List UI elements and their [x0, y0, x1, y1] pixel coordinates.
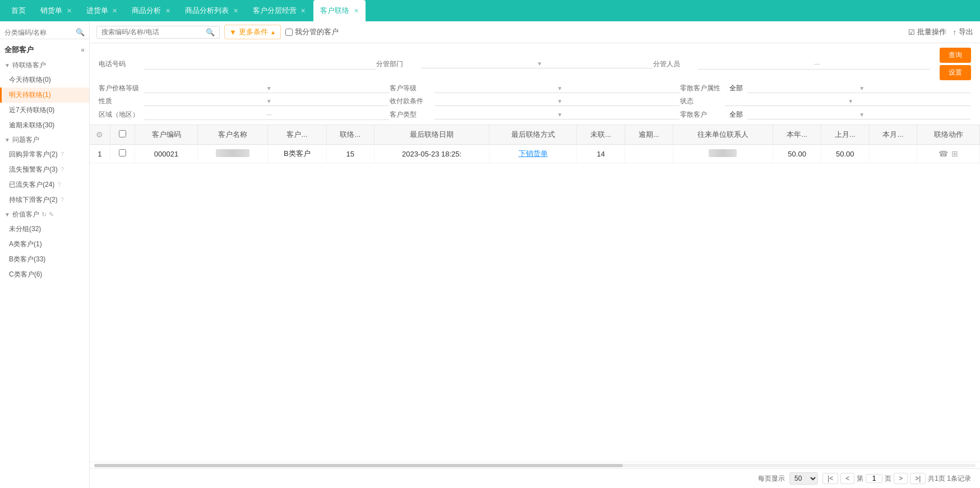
col-last-contact-date[interactable]: 最后联络日期	[375, 125, 489, 145]
prev-page-btn[interactable]: <	[840, 473, 854, 484]
cell-no-contact: 14	[577, 145, 625, 163]
nav-close-product-list[interactable]: ✕	[233, 7, 238, 14]
row-checkbox[interactable]	[119, 149, 126, 156]
page-input[interactable]	[866, 474, 882, 483]
my-customers-checkbox-label[interactable]: 我分管的客户	[285, 27, 339, 37]
col-this-month[interactable]: 本月...	[869, 125, 917, 145]
filter-select-dept[interactable]: ▼	[421, 59, 653, 68]
sidebar-lost-warning[interactable]: 流失预警客户(3) ?	[0, 162, 89, 177]
region-more-btn[interactable]: ···	[264, 111, 387, 118]
main-search-icon[interactable]: 🔍	[206, 28, 215, 36]
filter-select-customer-level[interactable]: ▼	[434, 84, 680, 93]
sidebar-class-c[interactable]: C类客户(6)	[0, 267, 89, 282]
col-name[interactable]: 客户名称	[197, 125, 267, 145]
refresh-icon[interactable]: ↻	[41, 211, 47, 218]
sidebar-week-contact[interactable]: 近7天待联络(0)	[0, 103, 89, 118]
table-gear-icon[interactable]: ⚙	[96, 130, 103, 139]
payment-caret: ▼	[557, 98, 678, 104]
cell-checkbox[interactable]	[110, 145, 135, 163]
main-search-box[interactable]: 🔍	[96, 26, 220, 39]
my-customers-checkbox[interactable]	[285, 29, 293, 36]
select-all-checkbox[interactable]	[119, 130, 126, 137]
nav-close-seg[interactable]: ✕	[301, 7, 306, 14]
nav-purchase-order[interactable]: 进货单 ✕	[80, 0, 124, 21]
scroll-track[interactable]	[94, 464, 976, 467]
filter-label-phone: 电话号码	[99, 59, 144, 69]
main-search-input[interactable]	[101, 28, 206, 36]
nav-close-contact[interactable]: ✕	[354, 7, 359, 14]
sidebar-search-box[interactable]: 🔍	[0, 26, 89, 39]
table-footer: 每页显示 50 100 200 |< < 第 页 > >| 共1页 1条记录	[90, 468, 980, 488]
nav-close-purchase[interactable]: ✕	[112, 7, 117, 14]
col-this-year[interactable]: 本年...	[773, 125, 821, 145]
last-contact-link[interactable]: 下销货单	[519, 149, 548, 158]
sidebar-overdue-contact[interactable]: 逾期未联络(30)	[0, 118, 89, 133]
sidebar: 🔍 全部客户 « 待联络客户 今天待联络(0) 明天待联络(1) 近7天待联络(…	[0, 21, 90, 488]
nav-close-product[interactable]: ✕	[165, 7, 170, 14]
cell-name[interactable]	[197, 145, 267, 163]
filter-input-phone[interactable]	[144, 59, 376, 70]
filter-select-status[interactable]: ▼	[725, 97, 970, 106]
nav-sales-order[interactable]: 销货单 ✕	[34, 0, 78, 21]
sidebar-group-problem[interactable]: 问题客户	[0, 133, 89, 147]
sidebar-repurchase-abnormal[interactable]: 回购异常客户(2) ?	[0, 147, 89, 162]
next-page-btn[interactable]: >	[894, 473, 908, 484]
filter-select-customer-type[interactable]: ▼	[434, 111, 680, 119]
col-overdue[interactable]: 逾期...	[625, 125, 673, 145]
action-phone-icon[interactable]: ☎	[939, 149, 948, 158]
more-filter-btn[interactable]: ▼ 更多条件 ▲	[224, 25, 281, 39]
horizontal-scrollbar[interactable]	[90, 462, 980, 468]
col-action[interactable]: 联络动作	[917, 125, 980, 145]
sidebar-ungrouped[interactable]: 未分组(32)	[0, 222, 89, 237]
sidebar-today-contact[interactable]: 今天待联络(0)	[0, 72, 89, 88]
nav-product-analysis-list[interactable]: 商品分析列表 ✕	[178, 0, 245, 21]
cell-last-contact-method[interactable]: 下销货单	[489, 145, 577, 163]
col-contact-count[interactable]: 联络...	[326, 125, 375, 145]
sidebar-search-input[interactable]	[4, 29, 76, 36]
filter-label-status: 状态	[680, 96, 725, 106]
nav-customer-contact[interactable]: 客户联络 ✕	[313, 0, 366, 21]
col-unit-contact[interactable]: 往来单位联系人	[673, 125, 773, 145]
help-icon-1: ?	[61, 151, 64, 158]
filter-select-payment[interactable]: ▼	[434, 97, 680, 106]
settings-btn[interactable]: 设置	[940, 65, 971, 80]
sidebar-class-b[interactable]: B类客户(33)	[0, 252, 89, 267]
sidebar-search-icon[interactable]: 🔍	[76, 28, 85, 36]
filter-select-region[interactable]: ···	[144, 109, 389, 120]
nav-home[interactable]: 首页	[4, 0, 33, 21]
col-checkbox[interactable]	[110, 125, 135, 145]
action-more-icon[interactable]: ⊞	[951, 149, 958, 158]
last-page-btn[interactable]: >|	[910, 473, 926, 484]
col-gear[interactable]: ⚙	[90, 125, 110, 145]
filter-select-nature[interactable]: ▼	[144, 97, 389, 106]
edit-icon[interactable]: ✎	[49, 211, 54, 218]
sidebar-class-a[interactable]: A类客户(1)	[0, 237, 89, 252]
filter-select-retail[interactable]: ▼	[747, 111, 970, 119]
batch-op-btn[interactable]: ☑ 批量操作	[908, 27, 946, 37]
first-page-btn[interactable]: |<	[822, 473, 838, 484]
sidebar-lost-customers[interactable]: 已流失客户(24) ?	[0, 177, 89, 192]
sidebar-group-value[interactable]: 价值客户 ↻ ✎	[0, 208, 89, 222]
sidebar-declining-customers[interactable]: 持续下滑客户(2) ?	[0, 192, 89, 208]
sidebar-group-pending[interactable]: 待联络客户	[0, 58, 89, 72]
filter-select-price-level[interactable]: ▼	[144, 84, 389, 93]
per-page-select[interactable]: 50 100 200	[789, 472, 818, 485]
col-code[interactable]: 客户编码	[135, 125, 198, 145]
scroll-thumb[interactable]	[94, 464, 623, 467]
col-type[interactable]: 客户...	[268, 125, 326, 145]
nav-customer-segmentation[interactable]: 客户分层经营 ✕	[246, 0, 313, 21]
sidebar-tomorrow-contact[interactable]: 明天待联络(1)	[0, 88, 89, 103]
nav-close-sales[interactable]: ✕	[67, 7, 72, 14]
query-btn[interactable]: 查询	[940, 48, 971, 63]
filter-select-person[interactable]: ···	[698, 59, 930, 70]
sidebar-collapse-icon[interactable]: «	[81, 46, 85, 54]
nav-product-analysis[interactable]: 商品分析 ✕	[125, 0, 177, 21]
batch-op-icon: ☑	[908, 28, 915, 36]
col-last-month[interactable]: 上月...	[821, 125, 869, 145]
col-no-contact[interactable]: 未联...	[577, 125, 625, 145]
all-customers-header[interactable]: 全部客户 «	[0, 42, 89, 58]
export-btn[interactable]: ↑ 导出	[953, 27, 974, 37]
col-last-contact-method[interactable]: 最后联络方式	[489, 125, 577, 145]
person-more-btn[interactable]: ···	[812, 60, 928, 68]
filter-select-retail-attr[interactable]: ▼	[747, 84, 970, 93]
